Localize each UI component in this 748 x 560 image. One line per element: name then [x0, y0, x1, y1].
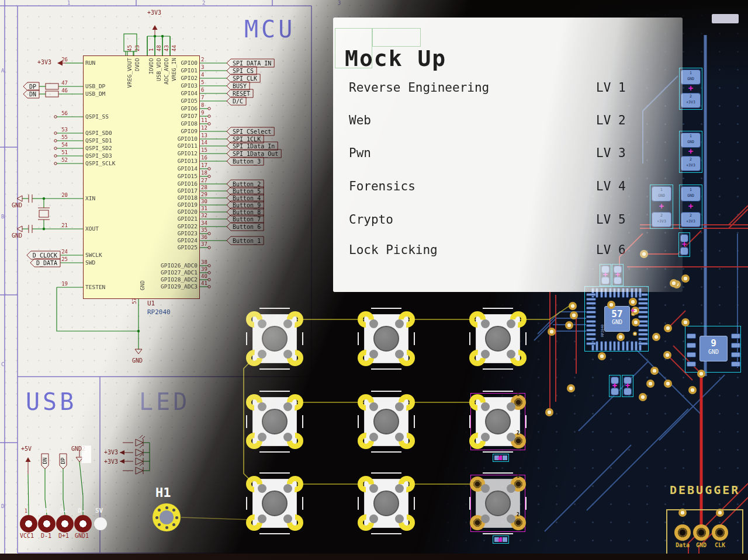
sheet-col-label: 1	[67, 0, 70, 6]
pin-number: 38	[201, 259, 207, 265]
pin-number: 16	[201, 155, 207, 161]
pin-number: 54	[55, 142, 68, 148]
svg-text:Button_4: Button_4	[233, 195, 261, 202]
pin-number: 55	[55, 134, 68, 140]
pin-name: GPIO24	[144, 238, 198, 244]
pin-name: DVDD	[134, 58, 141, 124]
front-text: D-1	[41, 533, 51, 539]
challenge-item-6[interactable]: Lock PickingLV 6	[333, 244, 683, 260]
pin-number: 23	[134, 40, 140, 51]
front-text: D-	[78, 507, 85, 514]
pin-number: 2	[201, 57, 204, 62]
pin-number: 48	[156, 40, 162, 51]
pin-name: GPIO15	[144, 173, 198, 180]
pin-number: 25	[55, 256, 68, 262]
front-text: H1	[155, 486, 171, 500]
svg-text:SPI_1Data_In: SPI_1Data_In	[233, 143, 275, 150]
pin-number: 46	[55, 88, 68, 93]
challenge-level: LV 1	[596, 81, 626, 95]
challenge-item-5[interactable]: CryptoLV 5	[333, 213, 683, 229]
pin-name: GPIO17	[144, 188, 198, 194]
pin-name: GPIO29_ADC3	[144, 284, 198, 290]
challenge-item-2[interactable]: WebLV 2	[333, 114, 683, 130]
usb-pad	[94, 517, 107, 530]
challenge-name: Web	[349, 114, 371, 128]
front-text: GND	[37, 507, 49, 514]
challenge-name: Lock Picking	[349, 244, 438, 258]
front-text: 1	[25, 509, 27, 514]
pin-name: QSPI_SD2	[85, 145, 112, 152]
pin-name: GPIO19	[144, 202, 198, 208]
svg-text:SPI_CS: SPI_CS	[233, 68, 254, 75]
svg-text:DN: DN	[42, 458, 48, 464]
pin-name: RUN	[85, 60, 95, 67]
section-title-usb: USB	[26, 389, 77, 415]
pin-number: 34	[201, 220, 207, 226]
mounting-hole-dot	[165, 526, 168, 529]
sheet-row-label: B	[1, 214, 4, 220]
pin-name: GPIO28_ADC2	[144, 277, 198, 283]
pin-name: XOUT	[85, 226, 99, 232]
ghost-sheet-outline	[372, 28, 421, 47]
svg-text:Button_1: Button_1	[233, 238, 261, 245]
pin-name: GPIO22	[144, 224, 198, 230]
svg-text:SPI_1Data_Out: SPI_1Data_Out	[233, 151, 278, 158]
pin-name: VREG_IN	[171, 58, 178, 124]
pin-name: USB_VDD	[156, 58, 162, 124]
pin-number: 12	[201, 125, 207, 131]
pin-number: 35	[201, 227, 207, 233]
pin-number: 26	[55, 57, 68, 62]
pin-name: USB_DM	[85, 91, 105, 98]
pin-number: 20	[55, 192, 68, 198]
sch-text: +3V3	[104, 458, 118, 465]
sch-text: +3V3	[104, 449, 118, 455]
pin-name: GPIO21	[144, 216, 198, 222]
sheet-row-label: A	[1, 68, 4, 74]
pin-name: ADC_AVDD	[164, 58, 170, 124]
svg-text:SPI_1CLK: SPI_1CLK	[233, 136, 261, 143]
sch-text: U1	[147, 300, 155, 307]
pin-number: 13	[201, 133, 207, 138]
pin-name: GPIO9	[144, 128, 198, 135]
challenge-level: LV 3	[596, 147, 626, 161]
pin-number: 41	[201, 280, 207, 286]
pin-number: 37	[201, 241, 207, 247]
pin-name: GPIO10	[144, 136, 198, 142]
usb-pad	[38, 515, 56, 533]
sch-text: +5V	[21, 446, 32, 452]
pin-number: 28	[201, 185, 207, 190]
svg-text:Button_3: Button_3	[233, 158, 261, 165]
sheet-col-label: 2	[202, 0, 205, 6]
pin-number: 3	[201, 64, 204, 70]
pin-name: SWD	[85, 260, 95, 266]
pin-number: 36	[201, 234, 207, 240]
pin-name: GPIO11	[144, 143, 198, 149]
sch-text: +3V3	[147, 9, 161, 16]
svg-text:Button_8: Button_8	[233, 209, 261, 216]
scrollbar-thumb[interactable]	[712, 14, 739, 23]
challenge-item-1[interactable]: Reverse EngineeringLV 1	[333, 81, 683, 98]
svg-text:DP: DP	[29, 84, 36, 90]
pin-name: QSPI_SD1	[85, 138, 112, 144]
svg-text:SPI_DATA_IN: SPI_DATA_IN	[233, 60, 271, 67]
mounting-hole-dot	[175, 516, 178, 519]
challenge-item-3[interactable]: PwnLV 3	[333, 147, 683, 163]
mounting-hole-dot	[172, 523, 175, 526]
pin-number: 18	[201, 170, 207, 176]
pin-number: 5	[201, 79, 204, 85]
mockup-card: Mock Up Reverse EngineeringLV 1WebLV 2Pw…	[333, 18, 683, 292]
challenge-name: Reverse Engineering	[349, 81, 489, 95]
pin-number: 8	[201, 102, 204, 108]
challenge-level: LV 6	[596, 244, 626, 258]
challenge-item-4[interactable]: ForensicsLV 4	[333, 180, 683, 196]
section-title-mcu: MCU	[244, 16, 295, 43]
pin-number: 44	[171, 40, 177, 51]
pin-number: 29	[201, 192, 207, 197]
mounting-hole-dot	[165, 506, 168, 509]
card-title: Mock Up	[345, 46, 446, 71]
svg-text:SPI_CLK: SPI_CLK	[233, 75, 257, 82]
pin-number: 21	[55, 222, 68, 228]
sheet-row-label: D	[1, 503, 4, 509]
front-text: D+	[60, 507, 67, 514]
pin-name: XIN	[85, 196, 95, 202]
